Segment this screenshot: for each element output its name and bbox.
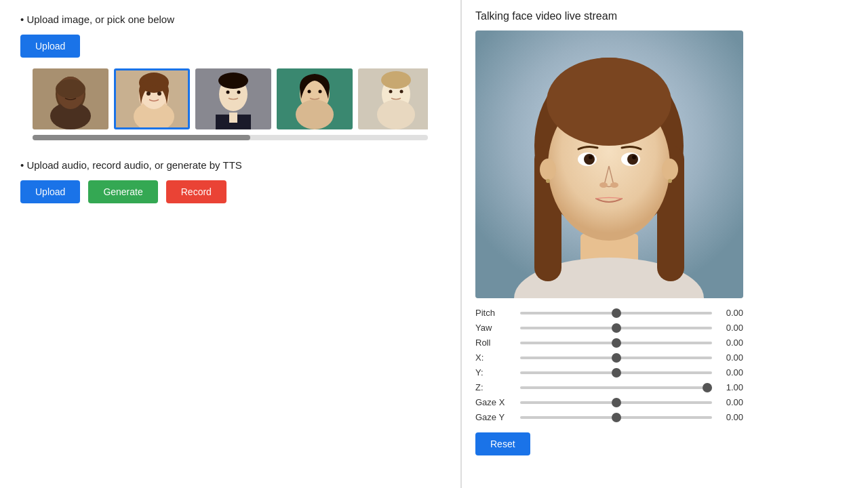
slider-label-0: Pitch	[475, 308, 515, 318]
image-section-title: • Upload image, or pick one below	[20, 14, 440, 25]
slider-value-6: 0.00	[717, 397, 743, 407]
slider-row-yaw: Yaw0.00	[475, 323, 743, 333]
generate-button[interactable]: Generate	[88, 180, 157, 203]
svg-point-19	[226, 91, 230, 94]
portrait-thumb-5[interactable]	[358, 68, 428, 129]
slider-row-y-: Y:0.00	[475, 367, 743, 378]
svg-point-24	[308, 90, 311, 94]
audio-section: • Upload audio, record audio, or generat…	[20, 159, 440, 203]
slider-input-4[interactable]	[520, 371, 712, 374]
svg-point-50	[546, 179, 550, 183]
face-video-display	[475, 30, 743, 298]
svg-point-44	[589, 155, 593, 159]
slider-label-2: Roll	[475, 338, 515, 348]
svg-point-46	[599, 182, 608, 188]
portrait-thumb-1[interactable]	[33, 68, 108, 129]
slider-input-2[interactable]	[520, 342, 712, 344]
slider-value-3: 0.00	[717, 352, 743, 363]
slider-value-0: 0.00	[717, 308, 743, 318]
svg-point-45	[632, 155, 636, 159]
image-strip-scrollbar[interactable]	[33, 135, 428, 140]
svg-point-23	[296, 100, 334, 129]
left-panel: • Upload image, or pick one below Upload…	[0, 0, 461, 488]
image-upload-section: • Upload image, or pick one below Upload…	[20, 14, 440, 140]
svg-point-29	[381, 71, 411, 89]
svg-point-51	[668, 179, 672, 183]
slider-input-1[interactable]	[520, 327, 712, 329]
slider-value-5: 1.00	[717, 382, 743, 392]
record-button[interactable]: Record	[166, 180, 226, 203]
slider-label-5: Z:	[475, 382, 515, 392]
portrait-thumb-2[interactable]	[114, 68, 190, 129]
slider-value-4: 0.00	[717, 367, 743, 378]
svg-point-12	[146, 92, 151, 96]
upload-image-button[interactable]: Upload	[20, 35, 80, 58]
slider-row-roll: Roll0.00	[475, 338, 743, 348]
svg-point-30	[389, 90, 393, 94]
svg-point-39	[547, 58, 671, 146]
reset-button[interactable]: Reset	[475, 432, 530, 455]
svg-point-25	[319, 90, 322, 94]
slider-value-7: 0.00	[717, 412, 743, 422]
slider-input-5[interactable]	[520, 386, 712, 389]
svg-point-43	[627, 154, 638, 165]
svg-rect-16	[229, 113, 237, 123]
right-panel: Talking face video live stream	[462, 0, 868, 488]
slider-row-pitch: Pitch0.00	[475, 308, 743, 318]
audio-buttons: Upload Generate Record	[20, 180, 440, 203]
slider-row-gaze-x: Gaze X0.00	[475, 397, 743, 407]
slider-value-1: 0.00	[717, 323, 743, 333]
svg-point-31	[400, 90, 403, 94]
portrait-thumb-3[interactable]	[195, 68, 271, 129]
slider-label-7: Gaze Y	[475, 412, 515, 422]
svg-point-6	[56, 79, 85, 98]
svg-point-13	[157, 92, 161, 96]
svg-point-42	[584, 154, 595, 165]
portrait-thumb-4[interactable]	[277, 68, 353, 129]
slider-row-z-: Z:1.00	[475, 382, 743, 392]
slider-input-0[interactable]	[520, 312, 712, 314]
audio-section-title: • Upload audio, record audio, or generat…	[20, 159, 440, 171]
svg-point-48	[540, 159, 556, 180]
slider-rows: Pitch0.00Yaw0.00Roll0.00X:0.00Y:0.00Z:1.…	[475, 308, 743, 422]
slider-input-6[interactable]	[520, 401, 712, 404]
slider-row-gaze-y: Gaze Y0.00	[475, 412, 743, 422]
image-strip	[33, 68, 428, 129]
slider-input-7[interactable]	[520, 416, 712, 419]
scrollbar-thumb	[33, 135, 250, 140]
slider-label-4: Y:	[475, 367, 515, 378]
svg-point-49	[662, 159, 678, 180]
image-strip-container: ◀	[20, 68, 440, 140]
svg-point-18	[218, 73, 248, 89]
slider-label-6: Gaze X	[475, 397, 515, 407]
slider-row-x-: X:0.00	[475, 352, 743, 363]
svg-point-20	[237, 91, 241, 94]
slider-label-1: Yaw	[475, 323, 515, 333]
slider-value-2: 0.00	[717, 338, 743, 348]
upload-audio-button[interactable]: Upload	[20, 180, 80, 203]
sliders-area: Pitch0.00Yaw0.00Roll0.00X:0.00Y:0.00Z:1.…	[475, 308, 743, 455]
svg-point-28	[377, 100, 415, 129]
slider-input-3[interactable]	[520, 357, 712, 359]
svg-point-47	[610, 182, 618, 188]
slider-label-3: X:	[475, 352, 515, 363]
stream-title: Talking face video live stream	[475, 10, 854, 22]
